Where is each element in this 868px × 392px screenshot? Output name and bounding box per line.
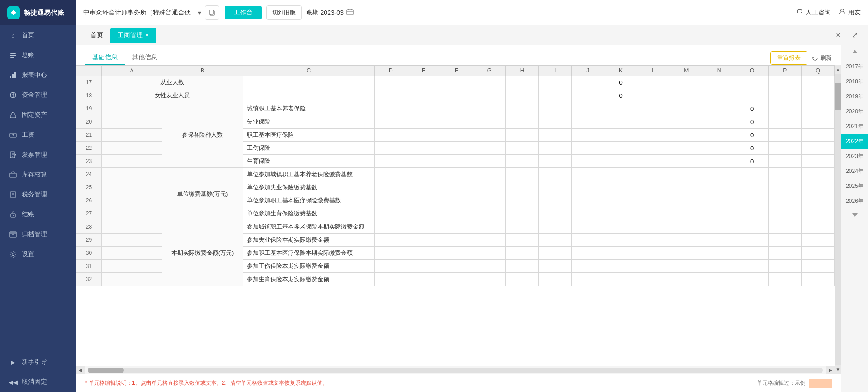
cell-17-f[interactable] <box>440 76 473 89</box>
cell-19-o[interactable]: 0 <box>736 102 769 115</box>
cell-18-q[interactable] <box>802 89 835 102</box>
cell-19-j[interactable] <box>571 102 604 115</box>
cell-26-k[interactable] <box>604 194 637 207</box>
cell-18-j[interactable] <box>571 89 604 102</box>
cell-25-j[interactable] <box>571 181 604 194</box>
cell-17-d[interactable] <box>374 76 407 89</box>
cell-28-o[interactable] <box>736 220 769 234</box>
cell-18-i[interactable] <box>538 89 571 102</box>
year-item-2022[interactable]: 2022年 <box>841 134 868 149</box>
cell-32-i[interactable] <box>538 273 571 286</box>
cell-28-d[interactable] <box>374 220 407 234</box>
cell-17-p[interactable] <box>769 76 802 89</box>
cell-29-m[interactable] <box>670 234 703 247</box>
cell-24-l[interactable] <box>637 168 670 181</box>
cell-32-d[interactable] <box>374 273 407 286</box>
cell-24-a[interactable] <box>101 168 162 181</box>
cell-29-d[interactable] <box>374 234 407 247</box>
cell-17-l[interactable] <box>637 76 670 89</box>
cell-22-c[interactable]: 工伤保险 <box>243 142 374 155</box>
cell-19-k[interactable] <box>604 102 637 115</box>
cell-20-g[interactable] <box>473 115 506 129</box>
cell-20-m[interactable] <box>670 115 703 129</box>
cell-31-h[interactable] <box>506 260 539 273</box>
cell-30-l[interactable] <box>637 247 670 260</box>
cell-27-j[interactable] <box>571 207 604 220</box>
cell-31-a[interactable] <box>101 260 162 273</box>
cell-30-k[interactable] <box>604 247 637 260</box>
cell-24-f[interactable] <box>440 168 473 181</box>
year-item-2023[interactable]: 2023年 <box>841 149 868 164</box>
cell-32-g[interactable] <box>473 273 506 286</box>
cell-20-l[interactable] <box>637 115 670 129</box>
cell-27-p[interactable] <box>769 207 802 220</box>
cell-30-c[interactable]: 参加职工基本医疗保险本期实际缴费金额 <box>243 247 374 260</box>
v-scroll-up-button[interactable]: ▲ <box>835 65 841 74</box>
cell-20-e[interactable] <box>407 115 440 129</box>
cell-29-e[interactable] <box>407 234 440 247</box>
cell-24-q[interactable] <box>802 168 835 181</box>
cell-24-m[interactable] <box>670 168 703 181</box>
horizontal-scrollbar[interactable]: ◀ ▶ <box>76 366 835 374</box>
cell-17-h[interactable] <box>506 76 539 89</box>
cell-22-p[interactable] <box>769 142 802 155</box>
cell-28-j[interactable] <box>571 220 604 234</box>
cell-22-e[interactable] <box>407 142 440 155</box>
cell-24-k[interactable] <box>604 168 637 181</box>
cell-30-o[interactable] <box>736 247 769 260</box>
cell-21-h[interactable] <box>506 129 539 142</box>
cell-17-k[interactable]: 0 <box>604 76 637 89</box>
cell-28-p[interactable] <box>769 220 802 234</box>
cell-30-q[interactable] <box>802 247 835 260</box>
cell-22-m[interactable] <box>670 142 703 155</box>
sidebar-item-report[interactable]: 报表中心 <box>0 65 76 85</box>
cell-19-a[interactable] <box>101 102 162 115</box>
cell-26-d[interactable] <box>374 194 407 207</box>
cell-22-o[interactable]: 0 <box>736 142 769 155</box>
cell-26-g[interactable] <box>473 194 506 207</box>
cell-29-f[interactable] <box>440 234 473 247</box>
cell-30-j[interactable] <box>571 247 604 260</box>
cell-27-l[interactable] <box>637 207 670 220</box>
cell-18-o[interactable] <box>736 89 769 102</box>
cell-18-f[interactable] <box>440 89 473 102</box>
cell-26-h[interactable] <box>506 194 539 207</box>
cell-19-d[interactable] <box>374 102 407 115</box>
cell-27-o[interactable] <box>736 207 769 220</box>
v-scroll-track[interactable] <box>835 74 841 365</box>
cell-25-f[interactable] <box>440 181 473 194</box>
cell-23-k[interactable] <box>604 155 637 168</box>
cell-23-a[interactable] <box>101 155 162 168</box>
year-item-2019[interactable]: 2019年 <box>841 89 868 104</box>
cell-32-j[interactable] <box>571 273 604 286</box>
cell-20-p[interactable] <box>769 115 802 129</box>
cell-23-i[interactable] <box>538 155 571 168</box>
cell-26-q[interactable] <box>802 194 835 207</box>
cell-32-o[interactable] <box>736 273 769 286</box>
cell-28-m[interactable] <box>670 220 703 234</box>
year-item-2026[interactable]: 2026年 <box>841 194 868 209</box>
cell-29-q[interactable] <box>802 234 835 247</box>
sidebar-item-tax[interactable]: 税务管理 <box>0 185 76 205</box>
h-scroll-track[interactable] <box>88 368 823 373</box>
cell-19-h[interactable] <box>506 102 539 115</box>
cell-32-p[interactable] <box>769 273 802 286</box>
cell-19-i[interactable] <box>538 102 571 115</box>
cell-25-p[interactable] <box>769 181 802 194</box>
cell-22-g[interactable] <box>473 142 506 155</box>
cell-22-j[interactable] <box>571 142 604 155</box>
cell-21-g[interactable] <box>473 129 506 142</box>
cell-28-l[interactable] <box>637 220 670 234</box>
cell-25-g[interactable] <box>473 181 506 194</box>
cell-17-c[interactable] <box>243 76 374 89</box>
cell-20-n[interactable] <box>703 115 736 129</box>
cell-31-q[interactable] <box>802 260 835 273</box>
cell-32-n[interactable] <box>703 273 736 286</box>
cell-22-l[interactable] <box>637 142 670 155</box>
cell-28-f[interactable] <box>440 220 473 234</box>
year-item-2018[interactable]: 2018年 <box>841 74 868 89</box>
cell-32-k[interactable] <box>604 273 637 286</box>
cell-23-g[interactable] <box>473 155 506 168</box>
cell-27-a[interactable] <box>101 207 162 220</box>
cell-31-p[interactable] <box>769 260 802 273</box>
